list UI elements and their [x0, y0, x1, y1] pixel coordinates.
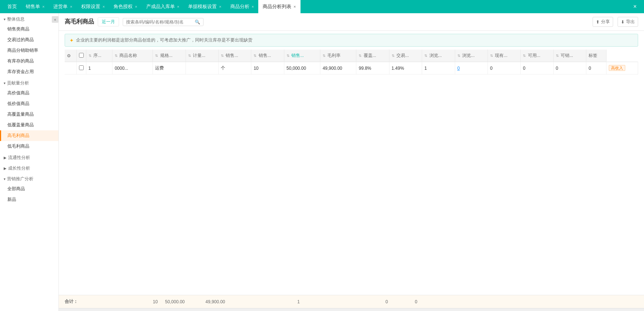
nav-item-goods-analysis[interactable]: 商品分析 × [226, 0, 258, 13]
sidebar-item-high-coverage[interactable]: 高覆盖量商品 [0, 109, 58, 120]
footer-sales-amount: 50,000.00 [165, 299, 198, 304]
export-button[interactable]: ⬇ 导出 [618, 17, 638, 27]
export-icon: ⬇ [621, 19, 625, 25]
sidebar-group-contribution[interactable]: ▾ 贡献量分析 [0, 77, 58, 88]
sidebar-group-contribution-label: 贡献量分析 [7, 80, 29, 86]
content-header: 高毛利商品 近一月 🔍 ⬆ 分享 ⬇ 导出 [59, 13, 644, 31]
sidebar-item-traded-goods[interactable]: 交易过的商品 [0, 35, 58, 45]
sidebar-item-new-goods[interactable]: 新品 [0, 194, 58, 205]
time-filter-button[interactable]: 近一月 [98, 17, 119, 26]
sidebar-item-sales-goods[interactable]: 销售类商品 [0, 24, 58, 35]
footer-available: 0 [415, 299, 437, 304]
nav-item-sales[interactable]: 销售单 × [21, 0, 49, 13]
top-nav: 首页 销售单 × 进货单 × 权限设置 × 角色授权 × 产成品入库单 × 单据… [0, 0, 644, 13]
nav-label-role: 角色授权 [114, 3, 133, 10]
sidebar-group-marketing[interactable]: ▾ 营销推广分析 [0, 173, 58, 184]
table-row: 1 0000... 运费 个 [65, 62, 638, 75]
nav-label-home: 首页 [7, 3, 17, 10]
row-gross-rate: 99.8% [356, 62, 389, 75]
info-banner: ✦ 企业的主要的利润都是这部分商品创造的，可考虑加大推广，同时关注库存是不要出现… [65, 34, 638, 47]
footer-transactions: 1 [297, 299, 319, 304]
nav-close-product-in[interactable]: × [177, 4, 179, 9]
nav-close-goods-analysis-list[interactable]: × [294, 4, 296, 9]
nav-label-product-in: 产成品入库单 [146, 3, 175, 10]
col-browse2: ⇅ 浏览... [455, 50, 488, 62]
sidebar-item-stock-capital[interactable]: 库存资金占用 [0, 66, 58, 77]
share-button[interactable]: ⬆ 分享 [593, 17, 613, 27]
arrow-marketing-icon: ▾ [4, 177, 6, 181]
nav-item-goods-analysis-list[interactable]: 商品分析列表 × [258, 0, 300, 13]
col-browse1: ⇅ 浏览... [422, 50, 455, 62]
content-area: 高毛利商品 近一月 🔍 ⬆ 分享 ⬇ 导出 ✦ 企业的主要的利润都是这部分商品创… [59, 13, 644, 311]
row-name: 运费 [153, 62, 186, 75]
nav-close-role[interactable]: × [135, 4, 137, 9]
nav-item-role[interactable]: 角色授权 × [109, 0, 141, 13]
sidebar-item-all-goods[interactable]: 全部商品 [0, 184, 58, 194]
sidebar: « ▾ 整体信息 销售类商品 交易过的商品 商品分销助销率 有库存的商品 库存资… [0, 13, 59, 311]
row-current-stock: 0 [521, 62, 553, 75]
col-code: ⇅ 序... [86, 50, 112, 62]
nav-item-home[interactable]: 首页 [3, 0, 21, 13]
info-banner-text: 企业的主要的利润都是这部分商品创造的，可考虑加大推广，同时关注库存是不要出现缺货 [76, 37, 252, 43]
nav-item-product-in[interactable]: 产成品入库单 × [142, 0, 184, 13]
col-transactions: ⇅ 交易... [389, 50, 422, 62]
sidebar-item-distribution-rate[interactable]: 商品分销助销率 [0, 45, 58, 56]
nav-close-sales[interactable]: × [42, 4, 44, 9]
col-name-sort-icon[interactable]: ⇅ [115, 54, 118, 58]
sidebar-group-liquidity-label: 流通性分析 [8, 155, 30, 161]
col-checkbox[interactable] [76, 50, 86, 62]
nav-label-permission: 权限设置 [81, 3, 100, 10]
footer-label: 合计： [65, 299, 79, 305]
nav-item-purchase[interactable]: 进货单 × [49, 0, 76, 13]
sidebar-item-high-value[interactable]: 高价值商品 [0, 88, 58, 98]
nav-item-permission[interactable]: 权限设置 × [77, 0, 109, 13]
row-num: 1 [86, 62, 112, 75]
sidebar-item-high-margin[interactable]: 高毛利商品 [0, 130, 58, 141]
col-sort-icon[interactable]: ⇅ [89, 54, 91, 58]
col-gross-rate: ⇅ 毛利率 [320, 50, 356, 62]
row-checkbox-cell[interactable] [76, 62, 86, 75]
sidebar-item-low-coverage[interactable]: 低覆盖量商品 [0, 120, 58, 130]
col-tag: 标签 [586, 50, 607, 62]
select-all-checkbox[interactable] [79, 53, 84, 58]
col-spec: ⇅ 规格... [153, 50, 186, 62]
nav-label-purchase: 进货单 [53, 3, 68, 10]
info-icon: ✦ [69, 37, 74, 43]
main-layout: « ▾ 整体信息 销售类商品 交易过的商品 商品分销助销率 有库存的商品 库存资… [0, 13, 644, 311]
col-unit: ⇅ 计量... [186, 50, 218, 62]
arrow-growth-icon: ▶ [4, 166, 7, 170]
row-available: 0 [553, 62, 586, 75]
nav-close-template[interactable]: × [219, 4, 221, 9]
nav-close-goods-analysis[interactable]: × [252, 4, 254, 9]
sidebar-collapse-button[interactable]: « [52, 16, 58, 23]
nav-close-purchase[interactable]: × [70, 4, 72, 9]
nav-item-template[interactable]: 单据模板设置 × [184, 0, 226, 13]
col-sales-amount: ⇅ 销售... [251, 50, 284, 62]
sidebar-group-liquidity[interactable]: ▶ 流通性分析 [0, 152, 58, 162]
col-sales-profit: ⇅ 销售... [284, 50, 320, 62]
table-wrapper[interactable]: ⚙ ⇅ 序... ⇅ 商品名称 [59, 50, 644, 295]
row-sales-amount: 50,000.00 [284, 62, 320, 75]
search-input[interactable] [126, 19, 193, 25]
row-browse2: 0 [488, 62, 521, 75]
settings-icon[interactable]: ⚙ [67, 53, 71, 58]
search-icon[interactable]: 🔍 [195, 19, 200, 25]
sidebar-group-overall[interactable]: ▾ 整体信息 [0, 13, 58, 24]
sidebar-item-low-margin[interactable]: 低毛利商品 [0, 141, 58, 152]
sidebar-item-in-stock-goods[interactable]: 有库存的商品 [0, 56, 58, 66]
arrow-overall-icon: ▾ [4, 17, 6, 21]
window-close-button[interactable]: × [629, 3, 641, 10]
header-actions: ⬆ 分享 ⬇ 导出 [593, 17, 638, 27]
bottom-scrollbar[interactable] [59, 308, 644, 311]
sidebar-group-growth[interactable]: ▶ 成长性分析 [0, 162, 58, 173]
row-browse1[interactable]: 0 [455, 62, 488, 75]
nav-close-permission[interactable]: × [102, 4, 105, 9]
col-settings[interactable]: ⚙ [65, 50, 76, 62]
sidebar-group-overall-label: 整体信息 [7, 16, 25, 22]
row-coverage: 1.49% [389, 62, 422, 75]
row-unit: 个 [219, 62, 251, 75]
data-table: ⚙ ⇅ 序... ⇅ 商品名称 [65, 50, 638, 75]
col-coverage: ⇅ 覆盖... [356, 50, 389, 62]
sidebar-item-low-value[interactable]: 低价值商品 [0, 98, 58, 109]
row-checkbox[interactable] [79, 65, 84, 70]
